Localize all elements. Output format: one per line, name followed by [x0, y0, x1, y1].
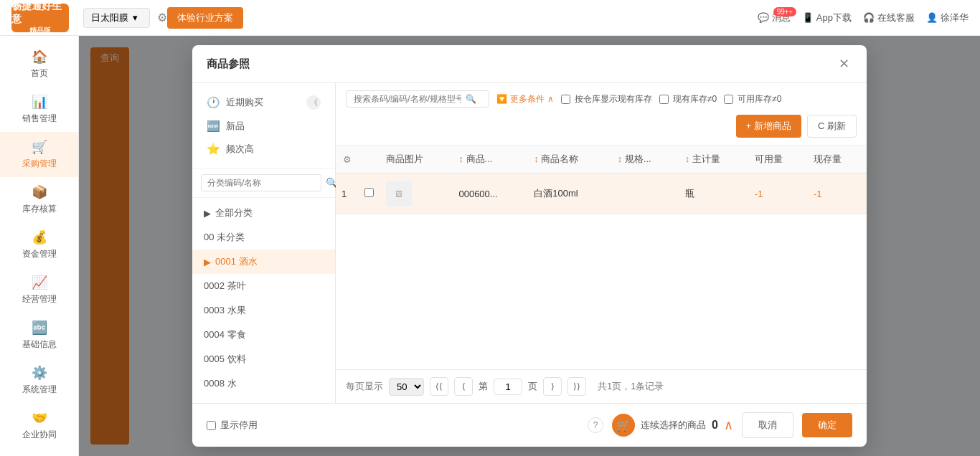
question-icon: ? [593, 420, 598, 430]
prev-page-button[interactable]: ⟨ [454, 377, 473, 396]
product-image: 🖼 [386, 181, 412, 206]
app-download-button[interactable]: 📱 App下载 [802, 11, 852, 24]
checkbox-warehouse-stock[interactable]: 按仓库显示现有库存 [561, 93, 652, 105]
user-button[interactable]: 👤 徐泽华 [926, 11, 969, 24]
headset-icon: 🎧 [863, 12, 875, 23]
messages-button[interactable]: 💬 消息 99++ [758, 11, 791, 24]
finance-icon: 💰 [32, 229, 47, 245]
checkbox-available-input[interactable] [724, 95, 733, 104]
enterprise-icon: 🤝 [32, 410, 47, 426]
refresh-button[interactable]: C 刷新 [807, 115, 857, 138]
row-image: 🖼 [380, 174, 453, 214]
checkbox-nonzero-input[interactable] [659, 95, 669, 104]
category-item-appliance[interactable]: 0010 家电 [192, 396, 335, 403]
sidebar-item-finance[interactable]: 💰 资金管理 [0, 222, 78, 267]
category-liquor-label: 0001 酒水 [215, 255, 258, 268]
category-item-fruit[interactable]: 0003 水果 [192, 298, 335, 323]
settings-col-header[interactable]: ⚙ [336, 146, 359, 174]
gear-button[interactable]: ⚙ [157, 11, 167, 24]
sidebar-inventory-label: 库存核算 [22, 203, 57, 215]
unit-col-header[interactable]: ↕ 主计量 [679, 146, 749, 174]
category-search-input[interactable] [201, 174, 321, 191]
cart-collapse-button[interactable]: ∧ [724, 417, 733, 433]
category-item-water[interactable]: 0008 水 [192, 371, 335, 396]
sidebar-basic-label: 基础信息 [22, 338, 57, 351]
store-selector[interactable]: 日太阳膜 ▾ [83, 8, 150, 28]
modal-close-button[interactable]: ✕ [835, 55, 852, 72]
sidebar-item-basic-info[interactable]: 🔤 基础信息 [0, 313, 78, 358]
inventory-icon: 📦 [32, 184, 47, 200]
table-panel: 🔍 🔽 更多条件 ∧ 按仓库显示现有库存 [336, 83, 867, 403]
first-page-button[interactable]: ⟨⟨ [430, 377, 448, 396]
next-page-button[interactable]: ⟩ [543, 377, 562, 396]
code-col-header[interactable]: ↕ 商品... [453, 146, 528, 174]
sidebar-operations-label: 经营管理 [22, 293, 57, 305]
sidebar-finance-label: 资金管理 [22, 248, 57, 260]
sidebar-item-sales[interactable]: 📊 销售管理 [0, 87, 78, 132]
product-search-input[interactable] [354, 94, 461, 104]
row-code: 000600... [453, 174, 528, 214]
code-col-label: 商品... [466, 153, 493, 164]
total-pages-info: 共1页，1条记录 [598, 380, 664, 393]
category-list: ▶ 全部分类 00 未分类 ▶ 0001 酒水 0002 茶 [192, 198, 335, 403]
store-dropdown-icon: ▾ [133, 12, 138, 23]
image-col-label: 商品图片 [386, 153, 423, 164]
expand-liquor-icon: ▶ [204, 257, 211, 267]
modal-header: 商品参照 ✕ [192, 45, 867, 83]
category-fruit-label: 0003 水果 [204, 304, 246, 317]
trial-button[interactable]: 体验行业方案 [167, 7, 243, 29]
sidebar-item-inventory[interactable]: 📦 库存核算 [0, 177, 78, 222]
collapse-button[interactable]: 《 [306, 95, 321, 110]
online-service-button[interactable]: 🎧 在线客服 [863, 11, 915, 24]
cart-label: 连续选择的商品 [641, 419, 706, 432]
layout: 🏠 首页 📊 销售管理 🛒 采购管理 📦 库存核算 💰 资金管理 📈 经营管理 … [0, 36, 980, 456]
category-item-all[interactable]: ▶ 全部分类 [192, 201, 335, 225]
modal-footer: 显示停用 ? 🛒 连续选择的商品 0 ∧ 取消 确定 [192, 403, 867, 447]
table-row[interactable]: 1 🖼 [336, 174, 867, 214]
category-item-liquor[interactable]: ▶ 0001 酒水 [192, 250, 335, 274]
home-icon: 🏠 [32, 49, 47, 65]
cart-count: 0 [712, 419, 718, 432]
sidebar-item-operations[interactable]: 📈 经营管理 [0, 267, 78, 313]
name-sort-icon: ↕ [534, 153, 539, 164]
sidebar-item-home[interactable]: 🏠 首页 [0, 42, 78, 87]
confirm-button[interactable]: 确定 [802, 413, 852, 437]
page-number-input[interactable] [494, 379, 522, 395]
category-item-tea[interactable]: 0002 茶叶 [192, 274, 335, 298]
category-item-beverage[interactable]: 0005 饮料 [192, 347, 335, 371]
checkbox-warehouse-stock-input[interactable] [561, 95, 570, 104]
filter-button[interactable]: 🔽 更多条件 ∧ [496, 93, 554, 105]
checkbox-available-label: 可用库存≠0 [738, 93, 781, 105]
stock-col-header[interactable]: 现存量 [808, 146, 867, 174]
row-checkbox[interactable] [359, 174, 380, 214]
sidebar-item-system[interactable]: ⚙️ 系统管理 [0, 358, 78, 403]
quick-item-recent[interactable]: 🕐 近期购买 《 [201, 90, 326, 115]
checkbox-nonzero-stock[interactable]: 现有库存≠0 [659, 93, 717, 105]
quick-item-frequent[interactable]: ⭐ 频次高 [201, 138, 326, 161]
row-checkbox-input[interactable] [364, 188, 374, 197]
show-disabled-checkbox[interactable] [207, 421, 216, 430]
cancel-button[interactable]: 取消 [742, 412, 793, 438]
available-col-header[interactable]: 可用量 [749, 146, 808, 174]
checkbox-available-stock[interactable]: 可用库存≠0 [724, 93, 781, 105]
name-col-header[interactable]: ↕ 商品名称 [528, 146, 612, 174]
product-search-box[interactable]: 🔍 [346, 90, 489, 108]
category-item-snack[interactable]: 0004 零食 [192, 323, 335, 347]
modal-title: 商品参照 [207, 57, 250, 71]
add-product-button[interactable]: + 新增商品 [736, 115, 801, 138]
help-button[interactable]: ? [588, 417, 603, 433]
category-item-uncategorized[interactable]: 00 未分类 [192, 225, 335, 250]
sidebar-item-enterprise[interactable]: 🤝 企业协同 [0, 403, 78, 448]
quick-item-new[interactable]: 🆕 新品 [201, 115, 326, 138]
per-page-select[interactable]: 50 [389, 378, 424, 396]
purchase-icon: 🛒 [32, 139, 47, 155]
show-disabled-toggle[interactable]: 显示停用 [207, 419, 258, 432]
spec-col-header[interactable]: ↕ 规格... [612, 146, 679, 174]
last-page-button[interactable]: ⟩⟩ [567, 377, 586, 396]
sidebar-item-purchase[interactable]: 🛒 采购管理 [0, 132, 78, 177]
sidebar-item-guide[interactable]: 🔰 新手引导 [0, 448, 78, 456]
stock-col-label: 现存量 [814, 153, 842, 164]
code-sort-icon: ↕ [458, 153, 463, 164]
sidebar-purchase-label: 采购管理 [22, 158, 57, 170]
category-tea-label: 0002 茶叶 [204, 280, 246, 293]
